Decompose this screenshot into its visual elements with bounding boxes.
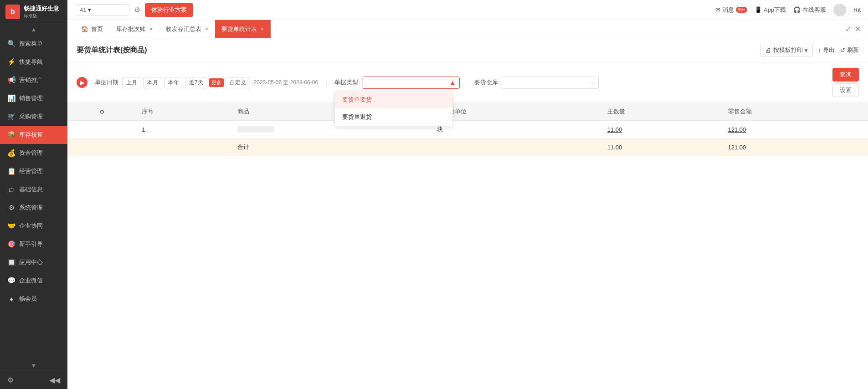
tab-close-inventory-batch[interactable]: × <box>149 26 153 32</box>
table-header-row: ⚙ 序号 商品 主计量单位 主数量 <box>67 103 868 121</box>
clipboard-icon: 📋 <box>7 167 15 175</box>
sidebar-item-inventory[interactable]: 📦 库存核算 <box>0 126 67 144</box>
sidebar-item-sales[interactable]: 📊 销售管理 <box>0 89 67 107</box>
tab-maximize-btn[interactable]: ⤢ <box>845 25 851 33</box>
store-selector[interactable]: 41 ▾ <box>75 4 129 15</box>
warehouse-input[interactable] <box>502 77 586 88</box>
sidebar-item-marketing[interactable]: 📢 营销推广 <box>0 71 67 89</box>
gear-icon: ⚙ <box>7 204 15 212</box>
download-icon: 📱 <box>755 6 762 13</box>
row-settings-cell <box>67 121 136 138</box>
date-custom-btn[interactable]: 自定义 <box>226 77 250 88</box>
tab-close-receivable[interactable]: × <box>205 26 208 32</box>
export-icon: ↑ <box>818 47 822 54</box>
print-template-btn[interactable]: 🖨 按模板打印 ▾ <box>760 44 813 56</box>
topbar-right: ✉ 消息 99+ 📱 App下载 🎧 在线客服 Rit <box>715 4 861 16</box>
filter-area: ▶ 单据日期 上月 本月 本年 近7天 更多 自定义 2023-05-06 至 … <box>67 62 868 103</box>
page-title: 要货单统计表(按商品) <box>77 46 147 55</box>
sidebar-item-finance[interactable]: 💰 资金管理 <box>0 144 67 162</box>
grid-icon: 🔲 <box>7 258 15 266</box>
sidebar-item-search[interactable]: 🔍 搜索菜单 <box>0 35 67 53</box>
data-table: ⚙ 序号 商品 主计量单位 主数量 <box>67 103 868 156</box>
industry-btn[interactable]: 体验行业方案 <box>145 3 193 17</box>
app-download-action[interactable]: 📱 App下载 <box>755 6 786 14</box>
sidebar-item-enterprise[interactable]: 🤝 企业协同 <box>0 217 67 235</box>
warehouse-label: 要货仓库 <box>474 78 498 87</box>
message-icon: ✉ <box>715 6 720 13</box>
warehouse-dots-btn[interactable]: ··· <box>586 77 598 88</box>
sidebar: b 畅捷通好生意 标准版 ▲ 🔍 搜索菜单 ⚡ 快捷导航 📢 营销推广 📊 销售… <box>0 0 67 389</box>
message-action[interactable]: ✉ 消息 99+ <box>715 6 747 14</box>
topbar-settings-icon[interactable]: ⚙ <box>134 5 140 14</box>
folder-icon: 🗂 <box>7 185 15 194</box>
tab-home[interactable]: 🏠 首页 <box>75 20 110 38</box>
date-last-month-btn[interactable]: 上月 <box>122 77 141 88</box>
refresh-icon: ↺ <box>840 47 845 54</box>
tab-receivable-summary[interactable]: 收发存汇总表 × <box>159 20 215 38</box>
col-unit: 主计量单位 <box>431 103 602 121</box>
sidebar-item-vip[interactable]: ♦ 畅会员 <box>0 290 67 308</box>
dropdown-item-order-return[interactable]: 要货单退货 <box>335 108 452 126</box>
sidebar-scroll-down[interactable]: ▼ <box>0 360 67 371</box>
dropdown-item-order-goods[interactable]: 要货单要货 <box>335 91 452 108</box>
date-7days-btn[interactable]: 近7天 <box>185 77 207 88</box>
sidebar-nav: 🔍 搜索菜单 ⚡ 快捷导航 📢 营销推广 📊 销售管理 🛒 采购管理 📦 库存核… <box>0 35 67 360</box>
tab-close-order[interactable]: × <box>261 26 264 32</box>
logo-text: 畅捷通好生意 标准版 <box>24 5 59 19</box>
warehouse-group: 要货仓库 ··· <box>474 77 599 89</box>
online-service-action[interactable]: 🎧 在线客服 <box>793 6 826 14</box>
settings-bottom-icon[interactable]: ⚙ <box>7 376 14 384</box>
diamond-icon: ♦ <box>7 295 15 303</box>
search-icon: 🔍 <box>7 40 15 48</box>
sidebar-item-wechat[interactable]: 💬 企业微信 <box>0 271 67 290</box>
total-label: 合计 <box>232 138 431 156</box>
collapse-sidebar-icon[interactable]: ◀◀ <box>49 376 60 384</box>
sidebar-item-shortcut[interactable]: ⚡ 快捷导航 <box>0 53 67 71</box>
tab-inventory-batch[interactable]: 库存批次账 × <box>110 20 159 38</box>
topbar-left: 41 ▾ ⚙ 体验行业方案 <box>75 3 710 17</box>
date-more-badge[interactable]: 更多 <box>209 78 224 87</box>
sidebar-item-purchase[interactable]: 🛒 采购管理 <box>0 107 67 126</box>
store-selector-arrow: ▾ <box>88 6 91 13</box>
wechat-icon: 💬 <box>7 276 15 285</box>
page-actions: 🖨 按模板打印 ▾ ↑ 导出 ↺ 刷新 <box>760 44 859 56</box>
sidebar-scroll-up[interactable]: ▲ <box>0 24 67 35</box>
sidebar-item-operations[interactable]: 📋 经营管理 <box>0 162 67 180</box>
sidebar-item-appstore[interactable]: 🔲 应用中心 <box>0 253 67 271</box>
col-qty: 主数量 <box>602 103 723 121</box>
sidebar-item-guide[interactable]: 🎯 新手引导 <box>0 235 67 253</box>
filter-row: ▶ 单据日期 上月 本月 本年 近7天 更多 自定义 2023-05-06 至 … <box>77 68 859 97</box>
tab-order-summary[interactable]: 要货单统计表 × <box>215 20 271 38</box>
tabbar: 🏠 首页 库存批次账 × 收发存汇总表 × 要货单统计表 × ⤢ ✕ <box>67 20 868 38</box>
main-area: 41 ▾ ⚙ 体验行业方案 ✉ 消息 99+ 📱 App下载 🎧 在线客服 Ri… <box>67 0 868 389</box>
megaphone-icon: 📢 <box>7 76 15 84</box>
user-avatar[interactable] <box>833 4 846 16</box>
type-dropdown-menu: 要货单要货 要货单退货 <box>334 91 453 126</box>
refresh-btn[interactable]: ↺ 刷新 <box>840 46 859 54</box>
topbar: 41 ▾ ⚙ 体验行业方案 ✉ 消息 99+ 📱 App下载 🎧 在线客服 Ri… <box>67 0 868 20</box>
tab-close-all-btn[interactable]: ✕ <box>855 25 861 33</box>
total-row: 合计 11.00 121.00 <box>67 138 868 156</box>
filter-expand-btn[interactable]: ▶ <box>77 77 87 88</box>
date-this-year-btn[interactable]: 本年 <box>164 77 183 88</box>
handshake-icon: 🤝 <box>7 222 15 230</box>
sidebar-logo: b 畅捷通好生意 标准版 <box>0 0 67 24</box>
row-qty: 11.00 <box>602 121 723 138</box>
col-settings[interactable]: ⚙ <box>67 103 136 121</box>
table-row: 1 块 11.00 121.00 <box>67 121 868 138</box>
print-arrow: ▾ <box>805 47 808 54</box>
date-label: 单据日期 <box>95 78 118 87</box>
export-btn[interactable]: ↑ 导出 <box>818 46 835 54</box>
lightning-icon: ⚡ <box>7 58 15 66</box>
set-btn[interactable]: 设置 <box>832 83 859 97</box>
type-input[interactable] <box>362 77 446 88</box>
sidebar-item-basic[interactable]: 🗂 基础信息 <box>0 180 67 199</box>
column-settings-icon[interactable]: ⚙ <box>99 108 105 115</box>
query-btn[interactable]: 查询 <box>832 68 859 82</box>
money-icon: 💰 <box>7 149 15 157</box>
cart-icon: 🛒 <box>7 113 15 121</box>
date-this-month-btn[interactable]: 本月 <box>143 77 162 88</box>
sidebar-item-system[interactable]: ⚙ 系统管理 <box>0 199 67 217</box>
type-dropdown-arrow[interactable]: ▲ <box>446 77 460 88</box>
type-label: 单据类型 <box>334 78 358 87</box>
